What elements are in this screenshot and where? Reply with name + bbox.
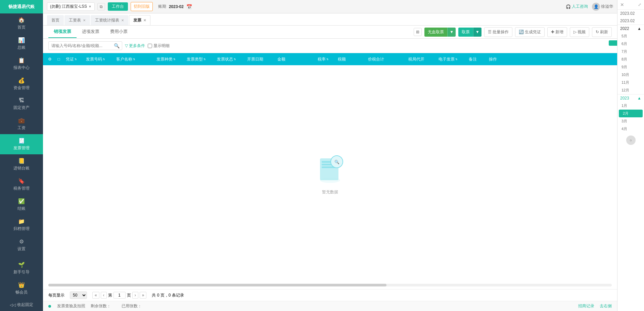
search-icon[interactable]: 🔍 bbox=[114, 43, 120, 48]
tab-payroll-close[interactable]: ✕ bbox=[83, 18, 86, 22]
month-6[interactable]: 6月 bbox=[617, 40, 644, 48]
sidebar-item-home[interactable]: 🏠 首页 bbox=[0, 13, 43, 34]
video-label: 视频 bbox=[578, 29, 586, 35]
date-panel-action-btn[interactable]: ○ bbox=[626, 135, 636, 145]
tabs-bar: 首页 工资表 ✕ 工资统计报表 ✕ 发票 ✕ bbox=[43, 13, 617, 26]
next-page-btn[interactable]: › bbox=[132, 292, 138, 299]
tab-payroll-stats[interactable]: 工资统计报表 ✕ bbox=[91, 15, 128, 25]
month-2-2023[interactable]: 2月 bbox=[619, 110, 643, 117]
new-icon: ✚ bbox=[551, 30, 554, 34]
tab-payroll[interactable]: 工资表 ✕ bbox=[64, 15, 90, 25]
sidebar-item-assets[interactable]: 🏗 固定资产 bbox=[0, 94, 43, 114]
workbench-button[interactable]: 工作台 bbox=[108, 2, 128, 11]
sidebar-item-ledger[interactable]: 📊 总账 bbox=[0, 34, 43, 54]
sub-tab-receipt[interactable]: 费用小票 bbox=[105, 26, 133, 38]
company-selector[interactable]: (勿删) 江西服宝-LSS ▼ bbox=[47, 2, 95, 11]
filter-button[interactable]: ▽ 更多条件 bbox=[125, 43, 145, 49]
video-button[interactable]: ▷ 视频 bbox=[570, 27, 589, 37]
prev-page-btn[interactable]: ‹ bbox=[101, 292, 107, 299]
go-right-link[interactable]: 去右侧 bbox=[600, 303, 612, 309]
header-right: 🎧 人工咨询 👤 徐溢华 bbox=[566, 3, 613, 11]
th-tax-bureau-label: 税局代开 bbox=[408, 56, 424, 62]
month-10[interactable]: 10月 bbox=[617, 71, 644, 79]
empty-text: 暂无数据 bbox=[322, 189, 338, 195]
show-detail-checkbox[interactable] bbox=[148, 44, 152, 48]
home-icon: 🏠 bbox=[18, 17, 25, 23]
invite-link[interactable]: 招商记录 bbox=[578, 303, 594, 309]
th-invoice-status-label: 发票状态 bbox=[217, 56, 233, 62]
month-11[interactable]: 11月 bbox=[617, 79, 644, 86]
generate-voucher-button[interactable]: 🔄 生成凭证 bbox=[515, 27, 545, 37]
tab-payroll-stats-close[interactable]: ✕ bbox=[121, 18, 124, 22]
month-12[interactable]: 12月 bbox=[617, 86, 644, 94]
tab-invoice[interactable]: 发票 ✕ bbox=[129, 15, 150, 25]
date-year-2023-02-2[interactable]: 2023.02 bbox=[617, 17, 644, 25]
page-label: 第 bbox=[108, 293, 112, 298]
th-amount: 金额 bbox=[275, 56, 316, 62]
sort-icon: ⇅ bbox=[455, 58, 458, 61]
no-pick-button[interactable]: 无血取票 bbox=[424, 28, 447, 37]
th-customer-label: 客户名称 bbox=[116, 56, 132, 62]
sub-tab-sales[interactable]: 销项发票 bbox=[48, 26, 77, 38]
service-btn[interactable]: 🎧 人工咨询 bbox=[566, 4, 588, 9]
period-label: 账期 bbox=[158, 4, 166, 9]
sidebar-item-payroll[interactable]: 💼 工资 bbox=[0, 114, 43, 134]
tab-invoice-close[interactable]: ✕ bbox=[143, 18, 146, 22]
year-2023-label[interactable]: 2023 ▲ bbox=[617, 94, 644, 102]
sidebar-item-reports[interactable]: 📋 报表中心 bbox=[0, 54, 43, 74]
sales-ledger-icon: 📒 bbox=[18, 158, 25, 164]
grid-view-button[interactable]: ⊞ bbox=[414, 28, 422, 36]
month-9[interactable]: 9月 bbox=[617, 63, 644, 71]
sidebar-item-guide[interactable]: 🌱 新手引导 bbox=[0, 258, 43, 278]
switch-button[interactable]: 切到旧版 bbox=[131, 2, 153, 11]
sidebar-item-close[interactable]: ✅ 结账 bbox=[0, 195, 43, 215]
last-page-btn[interactable]: » bbox=[140, 292, 147, 299]
refresh-button[interactable]: ↻ 刷新 bbox=[592, 27, 612, 37]
tab-payroll-stats-label: 工资统计报表 bbox=[95, 17, 119, 23]
company-name: (勿删) 江西服宝-LSS bbox=[50, 4, 87, 9]
sidebar-item-invoice[interactable]: 🧾 发票管理 bbox=[0, 134, 43, 154]
empty-svg: 🔍 bbox=[313, 152, 347, 185]
th-invoice-type-label: 发票种类 bbox=[156, 56, 173, 62]
month-3-2023[interactable]: 3月 bbox=[617, 117, 644, 125]
horizontal-scrollbar[interactable] bbox=[48, 284, 612, 286]
sidebar-item-member[interactable]: 👑 畅会员 bbox=[0, 278, 43, 299]
tab-home[interactable]: 首页 bbox=[47, 15, 64, 25]
sidebar-item-settings[interactable]: ⚙ 设置 bbox=[0, 235, 43, 255]
sidebar-item-finance[interactable]: 💰 资金管理 bbox=[0, 74, 43, 94]
pick-button[interactable]: 取票 bbox=[458, 28, 473, 37]
service-label: 人工咨询 bbox=[572, 4, 588, 9]
search-input[interactable] bbox=[48, 41, 122, 50]
new-button[interactable]: ✚ 新增 bbox=[547, 27, 567, 37]
chevron-icon-2: ▲ bbox=[637, 96, 641, 101]
month-5[interactable]: 5月 bbox=[617, 32, 644, 40]
year-2022-label[interactable]: 2022 ▲ bbox=[617, 25, 644, 32]
month-8[interactable]: 8月 bbox=[617, 55, 644, 63]
th-check[interactable]: □ bbox=[54, 57, 64, 62]
open-period-btn[interactable]: 开账日期 bbox=[609, 40, 617, 46]
first-page-btn[interactable]: « bbox=[92, 292, 99, 299]
page-input[interactable] bbox=[113, 292, 126, 299]
batch-op-button[interactable]: ☰ 批量操作 bbox=[484, 27, 512, 37]
no-pick-dropdown[interactable]: ▼ bbox=[447, 28, 456, 37]
copy-button[interactable]: ⧉ bbox=[97, 3, 105, 10]
date-year-2023-02-1[interactable]: 2023.02 bbox=[617, 10, 644, 17]
sidebar-item-sales-ledger[interactable]: 📒 进销台账 bbox=[0, 154, 43, 174]
member-icon: 👑 bbox=[18, 282, 25, 288]
grid-icon: ⊞ bbox=[416, 30, 419, 34]
month-7[interactable]: 7月 bbox=[617, 48, 644, 55]
sub-tab-purchase[interactable]: 进项发票 bbox=[77, 26, 105, 38]
sidebar-item-tax[interactable]: 🔖 税务管理 bbox=[0, 174, 43, 195]
sidebar-item-label: 进销台账 bbox=[13, 165, 30, 171]
user-menu[interactable]: 👤 徐溢华 bbox=[592, 3, 613, 11]
sidebar-item-archive[interactable]: 📁 归档管理 bbox=[0, 215, 43, 235]
pick-dropdown[interactable]: ▼ bbox=[473, 28, 481, 37]
per-page-select[interactable]: 50 20 100 bbox=[70, 291, 87, 299]
month-1-2023[interactable]: 1月 bbox=[617, 102, 644, 110]
sidebar-collapse[interactable]: ◁◁ 收起固定 bbox=[0, 299, 43, 311]
month-4-2023[interactable]: 4月 bbox=[617, 125, 644, 133]
th-total: 价税合计 bbox=[366, 56, 406, 62]
close-panel-btn[interactable]: ✕ bbox=[620, 2, 624, 7]
maximize-btn[interactable]: ⤢ bbox=[638, 2, 641, 7]
show-detail-toggle[interactable]: 显示明细 bbox=[148, 43, 170, 49]
